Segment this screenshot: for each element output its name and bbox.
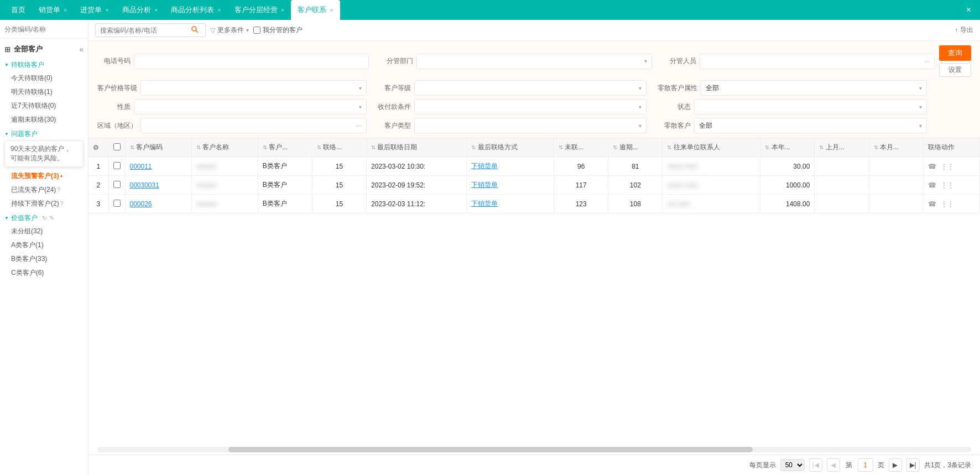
settings-icon[interactable]: ⚙ — [93, 144, 99, 152]
th-code[interactable]: ⇅ 客户编码 — [125, 138, 191, 157]
sidebar-item-class-b[interactable]: B类客户(33) — [0, 252, 88, 266]
filter-status-select[interactable]: ▾ — [694, 99, 927, 114]
filter-casual-customer: 零散客户 全部 ▾ — [658, 118, 927, 133]
th-unit-contact[interactable]: ⇅ 往来单位联系人 — [663, 138, 760, 157]
next-page-button[interactable]: ▶ — [889, 458, 902, 472]
filter-customer-grade-select[interactable]: ▾ — [414, 80, 647, 96]
row3-last-contact-method[interactable]: 下销货单 — [467, 195, 554, 213]
th-overdue[interactable]: ⇅ 逾期... — [608, 138, 663, 157]
query-button[interactable]: 查询 — [939, 45, 971, 61]
sidebar-group-pending[interactable]: ▼ 待联络客户 — [0, 58, 88, 71]
filter-customer-type-select[interactable]: ▾ — [414, 118, 647, 133]
sidebar-search-input[interactable] — [4, 25, 87, 33]
filter-payment-select[interactable]: ▾ — [414, 99, 647, 114]
row2-checkbox[interactable] — [108, 176, 125, 195]
row3-checkbox[interactable] — [108, 195, 125, 213]
row1-select[interactable] — [113, 162, 121, 169]
contact-icon[interactable]: ☎ — [928, 163, 936, 170]
tab-customer-segments[interactable]: 客户分层经营 × — [228, 0, 291, 20]
row1-checkbox[interactable] — [108, 157, 125, 176]
th-select-all[interactable] — [108, 138, 125, 157]
sidebar-item-overdue-pending[interactable]: 逾期未联络(30) — [0, 113, 88, 127]
tab-close-icon[interactable]: × — [217, 7, 221, 13]
toolbar-search-box[interactable] — [95, 23, 206, 37]
sidebar-item-ungrouped[interactable]: 未分组(32) — [0, 225, 88, 238]
th-contact[interactable]: ⇅ 联络... — [312, 138, 366, 157]
tab-home[interactable]: 首页 — [4, 0, 32, 20]
th-name[interactable]: ⇅ 客户名称 — [191, 138, 258, 157]
sidebar-item-declining[interactable]: 持续下滑客户(2) ? — [0, 197, 88, 211]
filter-price-grade-select[interactable]: ▾ — [140, 80, 367, 96]
more-actions-icon[interactable]: ⋮⋮ — [941, 163, 954, 170]
sidebar-item-class-c[interactable]: C类客户(6) — [0, 266, 88, 280]
tab-close-icon[interactable]: × — [105, 7, 108, 13]
filter-casual-attr-select[interactable]: 全部 ▾ — [701, 80, 927, 96]
contact-icon[interactable]: ☎ — [928, 200, 936, 208]
my-customers-checkbox[interactable]: 我分管的客户 — [253, 25, 303, 35]
toolbar-search-icon[interactable] — [191, 25, 199, 35]
filter-phone-input[interactable] — [134, 54, 369, 69]
filter-region-select[interactable]: ··· — [140, 118, 367, 133]
current-page-input[interactable]: 1 — [858, 458, 873, 472]
more-filter-button[interactable]: ▽ 更多条件 ▾ — [210, 25, 249, 35]
contact-icon[interactable]: ☎ — [928, 181, 936, 189]
content-area: ▽ 更多条件 ▾ 我分管的客户 ↑ 导出 电话号码 — [88, 20, 980, 475]
sidebar-item-class-a[interactable]: A类客户(1) — [0, 238, 88, 252]
tab-sales-order[interactable]: 销货单 × — [32, 0, 74, 20]
th-type[interactable]: ⇅ 客户... — [258, 138, 312, 157]
prev-page-button[interactable]: ◀ — [827, 458, 840, 472]
last-page-button[interactable]: ▶| — [906, 458, 920, 472]
sidebar-item-tomorrow-pending[interactable]: 明天待联络(1) — [0, 85, 88, 99]
select-all-checkbox[interactable] — [113, 143, 121, 150]
collapse-icon[interactable]: « — [79, 45, 84, 54]
more-actions-icon[interactable]: ⋮⋮ — [941, 181, 954, 189]
row3-select[interactable] — [113, 200, 121, 207]
all-customers-header[interactable]: ⊞ 全部客户 « — [0, 41, 88, 58]
row2-action: ☎ ⋮⋮ — [923, 176, 979, 195]
payment-dropdown-icon: ▾ — [639, 104, 642, 110]
tab-close-icon[interactable]: × — [64, 7, 67, 13]
th-last-contact-date[interactable]: ⇅ 最后联络日期 — [367, 138, 467, 157]
tab-close-icon[interactable]: × — [330, 7, 333, 13]
th-last-contact-method[interactable]: ⇅ 最后联络方式 — [467, 138, 554, 157]
tab-product-analysis-list[interactable]: 商品分析列表 × — [164, 0, 227, 20]
th-not-contacted[interactable]: ⇅ 未联... — [554, 138, 608, 157]
more-actions-icon[interactable]: ⋮⋮ — [941, 200, 954, 208]
filter-dept-select[interactable]: ▾ — [416, 54, 651, 69]
window-close-button[interactable]: × — [962, 5, 976, 15]
tab-close-icon[interactable]: × — [154, 7, 158, 13]
my-customers-checkbox-input[interactable] — [253, 27, 260, 34]
tab-purchase-order[interactable]: 进货单 × — [74, 0, 115, 20]
first-page-button[interactable]: |◀ — [809, 458, 822, 472]
scrollbar-thumb[interactable] — [228, 447, 753, 452]
filter-manager-select[interactable]: ··· — [700, 54, 935, 69]
sidebar-group-problem[interactable]: ▼ 问题客户 — [0, 127, 88, 140]
tab-product-analysis[interactable]: 商品分析 × — [116, 0, 164, 20]
row1-code[interactable]: 000011 — [125, 157, 191, 176]
page-size-select[interactable]: 50 — [780, 459, 805, 471]
refresh-icon[interactable]: ↻ — [42, 215, 47, 222]
edit-icon[interactable]: ✎ — [49, 215, 54, 222]
toolbar-search-input[interactable] — [100, 27, 189, 34]
sidebar-item-today-pending[interactable]: 今天待联络(0) — [0, 71, 88, 85]
sidebar-item-churn-warning[interactable]: 流失预警客户(3) ● — [0, 169, 88, 183]
row2-last-contact-method[interactable]: 下销货单 — [467, 176, 554, 195]
th-this-month[interactable]: ⇅ 本月... — [869, 138, 923, 157]
settings-button[interactable]: 设置 — [939, 63, 971, 77]
row3-code[interactable]: 000026 — [125, 195, 191, 213]
row1-last-contact-method[interactable]: 下销货单 — [467, 157, 554, 176]
th-this-year[interactable]: ⇅ 本年... — [760, 138, 815, 157]
filter-casual-customer-select[interactable]: 全部 ▾ — [694, 118, 927, 133]
tab-customer-contact[interactable]: 客户联系 × — [291, 0, 340, 20]
sidebar-item-churned[interactable]: 已流失客户(24) ? — [0, 183, 88, 197]
filter-nature-select[interactable]: ▾ — [134, 99, 367, 114]
row2-select[interactable] — [113, 181, 121, 188]
tab-close-icon[interactable]: × — [281, 7, 284, 13]
row2-code[interactable]: 00030031 — [125, 176, 191, 195]
th-settings[interactable]: ⚙ — [88, 138, 108, 157]
sidebar-item-7days-pending[interactable]: 近7天待联络(0) — [0, 99, 88, 113]
export-button[interactable]: ↑ 导出 — [955, 25, 973, 35]
th-last-month[interactable]: ⇅ 上月... — [815, 138, 869, 157]
horizontal-scrollbar[interactable] — [97, 447, 971, 452]
sidebar-group-value[interactable]: ▼ 价值客户 ↻ ✎ — [0, 211, 88, 225]
